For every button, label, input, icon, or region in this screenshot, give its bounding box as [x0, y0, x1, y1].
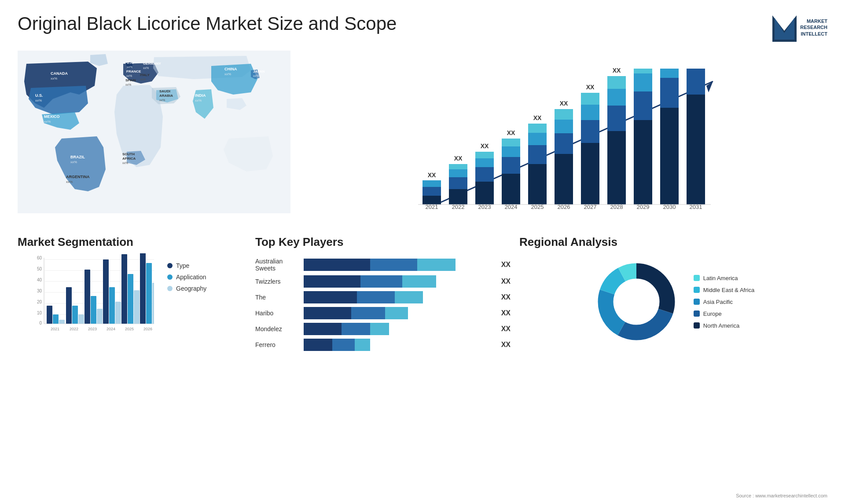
regional-title: Regional Analysis [519, 235, 617, 249]
svg-rect-55 [502, 157, 520, 174]
europe-dot [694, 310, 700, 317]
svg-rect-72 [581, 143, 599, 205]
legend-type: Type [167, 262, 206, 269]
svg-rect-135 [140, 253, 146, 324]
svg-rect-62 [528, 133, 547, 145]
segmentation-legend: Type Application Geography [167, 253, 206, 292]
svg-rect-115 [47, 306, 52, 324]
player-row: Australian Sweets XX [255, 258, 511, 272]
latin-america-label: Latin America [703, 275, 738, 281]
svg-text:CANADA: CANADA [51, 71, 68, 76]
svg-rect-127 [103, 259, 109, 324]
svg-text:50: 50 [37, 267, 42, 271]
svg-rect-68 [555, 120, 573, 133]
player-bar [304, 307, 493, 319]
bar-seg2 [351, 307, 386, 319]
bar-seg3 [355, 339, 370, 351]
svg-text:xx%: xx% [66, 180, 73, 184]
svg-text:xx%: xx% [224, 72, 231, 76]
svg-rect-132 [128, 274, 133, 324]
bar-seg1 [304, 275, 360, 288]
legend-europe: Europe [694, 310, 754, 317]
svg-rect-95 [687, 95, 705, 205]
logo-text: MARKET RESEARCH INTELLECT [800, 18, 827, 37]
svg-text:XX: XX [586, 84, 595, 91]
svg-text:xx%: xx% [140, 78, 146, 81]
segmentation-chart: 60 50 40 30 20 10 0 [31, 253, 154, 341]
svg-rect-39 [422, 180, 441, 187]
svg-text:FRANCE: FRANCE [126, 69, 141, 73]
svg-text:xx%: xx% [51, 77, 57, 80]
player-name: The [255, 294, 299, 301]
svg-rect-136 [146, 263, 152, 324]
svg-rect-49 [475, 167, 494, 182]
svg-rect-87 [634, 69, 652, 73]
player-value: XX [501, 309, 511, 317]
players-title: Top Key Players [255, 235, 511, 249]
svg-rect-84 [634, 120, 652, 205]
svg-text:30: 30 [37, 289, 42, 293]
player-value: XX [501, 293, 511, 301]
bar-seg2 [357, 291, 395, 303]
svg-text:2023: 2023 [88, 327, 97, 331]
svg-rect-67 [555, 133, 573, 154]
player-name: Ferrero [255, 341, 299, 348]
svg-rect-92 [660, 69, 679, 78]
bar-seg2 [332, 339, 355, 351]
svg-rect-90 [660, 108, 679, 205]
svg-rect-120 [72, 306, 78, 324]
bar-seg2 [342, 323, 370, 335]
europe-label: Europe [703, 310, 722, 317]
svg-text:xx%: xx% [125, 83, 131, 86]
bar-seg3 [395, 291, 423, 303]
svg-rect-56 [502, 146, 520, 157]
svg-rect-43 [449, 177, 467, 189]
svg-marker-1 [775, 18, 794, 40]
svg-rect-74 [581, 105, 599, 120]
logo-icon [772, 13, 797, 42]
svg-text:2021: 2021 [51, 327, 59, 331]
svg-text:XX: XX [613, 68, 621, 74]
svg-rect-91 [660, 78, 679, 108]
legend-north-america: North America [694, 322, 754, 329]
svg-text:AFRICA: AFRICA [122, 157, 136, 161]
asia-pacific-label: Asia Pacific [703, 299, 733, 305]
world-map-section: CANADA xx% U.S. xx% MEXICO xx% BRAZIL xx… [18, 46, 299, 231]
svg-rect-54 [502, 174, 520, 205]
geography-dot [167, 286, 173, 291]
svg-text:INDIA: INDIA [195, 93, 206, 98]
north-america-label: North America [703, 322, 739, 329]
application-dot [167, 274, 173, 280]
player-row: Mondelez XX [255, 323, 511, 335]
svg-text:JAPAN: JAPAN [253, 69, 265, 73]
player-name: Haribo [255, 310, 299, 317]
legend-latin-america: Latin America [694, 275, 754, 281]
svg-text:xx%: xx% [195, 99, 202, 102]
geography-label: Geography [176, 285, 206, 292]
svg-text:ARABIA: ARABIA [159, 94, 173, 98]
svg-text:XX: XX [507, 129, 515, 136]
svg-rect-125 [97, 309, 103, 324]
legend-asia-pacific: Asia Pacific [694, 299, 754, 305]
player-bar [304, 339, 493, 351]
player-row: Twizzlers XX [255, 275, 511, 288]
player-value: XX [501, 341, 511, 349]
svg-text:U.S.: U.S. [35, 93, 43, 98]
bar-seg1 [304, 307, 351, 319]
svg-text:ARGENTINA: ARGENTINA [66, 175, 90, 179]
legend-geography: Geography [167, 285, 206, 292]
player-row: The XX [255, 291, 511, 303]
svg-rect-121 [78, 314, 84, 324]
svg-point-144 [614, 279, 659, 325]
bar-seg3 [417, 259, 455, 271]
bar-seg1 [304, 259, 370, 271]
player-name: Australian Sweets [255, 258, 299, 272]
segmentation-section: Market Segmentation 60 50 40 30 20 1 [18, 235, 246, 502]
svg-rect-128 [109, 287, 115, 324]
player-row: Ferrero XX [255, 339, 511, 351]
svg-text:xx%: xx% [159, 99, 165, 102]
regional-section: Regional Analysis [519, 235, 827, 502]
svg-rect-61 [528, 145, 547, 164]
svg-text:xx%: xx% [35, 99, 42, 102]
svg-text:xx%: xx% [126, 74, 132, 77]
